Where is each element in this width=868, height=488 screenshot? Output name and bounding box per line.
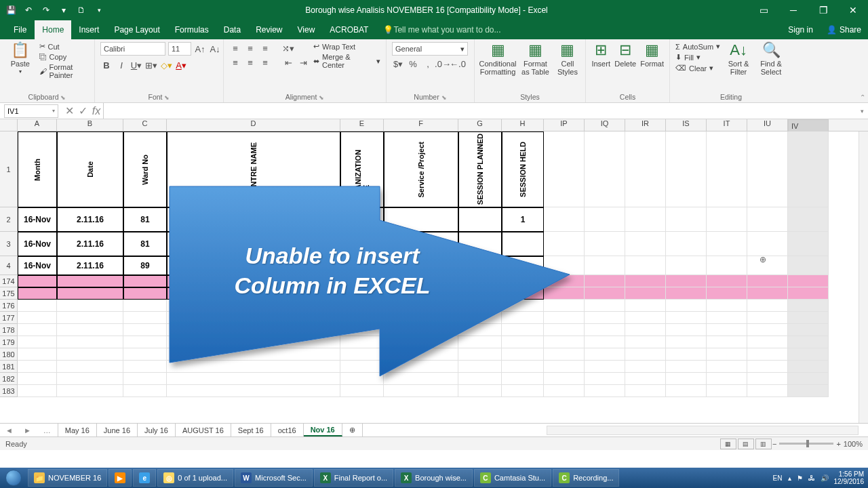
tab-file[interactable]: File <box>5 20 35 39</box>
cell[interactable] <box>458 275 502 287</box>
cell[interactable] <box>384 275 458 287</box>
tray-clock[interactable]: 1:56 PM12/9/2016 <box>834 470 865 485</box>
cell[interactable] <box>585 256 625 275</box>
cell[interactable] <box>625 256 666 275</box>
format-painter-button[interactable]: 🖌 Format Painter <box>39 63 89 79</box>
cell[interactable] <box>625 131 666 207</box>
vertical-scrollbar[interactable] <box>859 131 868 423</box>
cell[interactable] <box>707 361 747 373</box>
cell[interactable] <box>167 207 340 232</box>
cell[interactable] <box>18 373 57 385</box>
cell[interactable] <box>340 385 384 397</box>
cell[interactable] <box>544 256 585 275</box>
cell[interactable] <box>585 336 625 348</box>
customize-qat-icon[interactable]: ▾ <box>58 5 69 16</box>
tab-acrobat[interactable]: ACROBAT <box>322 20 376 39</box>
cell[interactable] <box>458 373 502 385</box>
number-format-select[interactable]: General▾ <box>392 42 468 56</box>
cell[interactable] <box>585 348 625 361</box>
horizontal-scrollbar[interactable] <box>547 426 859 435</box>
cell[interactable]: 81 <box>123 232 167 256</box>
cell[interactable] <box>747 361 788 373</box>
cell[interactable] <box>57 385 123 397</box>
cell[interactable] <box>123 348 167 361</box>
cell[interactable] <box>458 336 502 348</box>
cell[interactable] <box>384 324 458 336</box>
cell[interactable] <box>57 324 123 336</box>
alignment-launcher-icon[interactable]: ⬊ <box>319 94 324 101</box>
font-size-select[interactable]: 11 <box>168 42 191 56</box>
cell[interactable] <box>788 131 829 207</box>
cell[interactable] <box>544 300 585 312</box>
new-icon[interactable]: 🗋 <box>76 5 87 16</box>
row-header[interactable]: 182 <box>0 373 18 385</box>
cell[interactable] <box>585 275 625 287</box>
cell[interactable] <box>585 361 625 373</box>
cell[interactable] <box>707 373 747 385</box>
sheet-tab-sept-16[interactable]: Sept 16 <box>231 424 271 436</box>
cell[interactable] <box>788 373 829 385</box>
sheet-overflow[interactable]: … <box>37 424 58 436</box>
cell[interactable] <box>707 385 747 397</box>
italic-button[interactable]: I <box>115 59 127 71</box>
cell[interactable] <box>340 232 384 256</box>
cell[interactable] <box>625 312 666 324</box>
cell[interactable] <box>502 300 544 312</box>
tell-me[interactable]: 💡 Tell me what you want to do... <box>376 20 508 39</box>
cell[interactable] <box>625 348 666 361</box>
align-bottom-icon[interactable]: ≡ <box>259 42 271 54</box>
cell[interactable] <box>502 373 544 385</box>
cut-button[interactable]: ✂ Cut <box>39 42 89 51</box>
cell[interactable] <box>585 207 625 232</box>
cell[interactable]: Service /Project <box>384 131 458 207</box>
cell[interactable] <box>57 275 123 287</box>
decrease-font-icon[interactable]: A↓ <box>209 43 221 55</box>
number-launcher-icon[interactable]: ⬊ <box>441 94 447 101</box>
tray-lang[interactable]: EN <box>773 474 783 482</box>
cell[interactable] <box>625 336 666 348</box>
cell[interactable] <box>167 232 340 256</box>
font-launcher-icon[interactable]: ⬊ <box>164 94 170 101</box>
cell[interactable] <box>384 361 458 373</box>
cell[interactable] <box>544 312 585 324</box>
orientation-icon[interactable]: ⤭▾ <box>282 42 294 54</box>
tab-review[interactable]: Review <box>248 20 290 39</box>
cell[interactable] <box>18 336 57 348</box>
cell[interactable] <box>747 385 788 397</box>
fill-button[interactable]: ⬇ Fill ▾ <box>675 53 720 62</box>
tab-view[interactable]: View <box>290 20 323 39</box>
cell[interactable] <box>502 385 544 397</box>
align-left-icon[interactable]: ≡ <box>229 56 241 68</box>
taskbar-item[interactable]: CRecording... <box>553 469 619 487</box>
cell[interactable] <box>747 348 788 361</box>
taskbar-item[interactable]: XBorough wise... <box>395 469 473 487</box>
sort-filter-button[interactable]: A↓Sort & Filter <box>724 42 753 76</box>
worksheet-grid[interactable]: ABCDEFGHIPIQIRISITIUIV 1MonthDateWard No… <box>0 119 868 423</box>
cell[interactable] <box>788 324 829 336</box>
col-header-F[interactable]: F <box>384 119 458 131</box>
cell[interactable] <box>340 312 384 324</box>
cell[interactable] <box>625 373 666 385</box>
fx-icon[interactable]: fx <box>90 105 103 117</box>
font-color-button[interactable]: A▾ <box>175 59 187 71</box>
minimize-icon[interactable]: ─ <box>778 0 808 20</box>
align-center-icon[interactable]: ≡ <box>244 56 256 68</box>
cell[interactable] <box>747 232 788 256</box>
sheet-nav-next-icon[interactable]: ► <box>18 426 37 434</box>
close-icon[interactable]: ✕ <box>838 0 868 20</box>
zoom-in-button[interactable]: + <box>836 440 840 448</box>
tray-flag-icon[interactable]: ⚑ <box>797 474 803 482</box>
expand-formula-icon[interactable]: ▾ <box>856 108 868 115</box>
cell[interactable] <box>384 336 458 348</box>
cell[interactable] <box>167 275 340 287</box>
decrease-decimal-icon[interactable]: ←.0 <box>452 58 464 70</box>
bold-button[interactable]: B <box>100 59 113 71</box>
cell[interactable] <box>502 324 544 336</box>
percent-icon[interactable]: % <box>407 58 419 70</box>
cell[interactable] <box>747 275 788 287</box>
cell[interactable] <box>57 373 123 385</box>
name-box[interactable]: IV1▾ <box>4 104 58 118</box>
row-header[interactable]: 181 <box>0 361 18 373</box>
tray-up-icon[interactable]: ▴ <box>788 474 791 482</box>
cell[interactable] <box>707 312 747 324</box>
